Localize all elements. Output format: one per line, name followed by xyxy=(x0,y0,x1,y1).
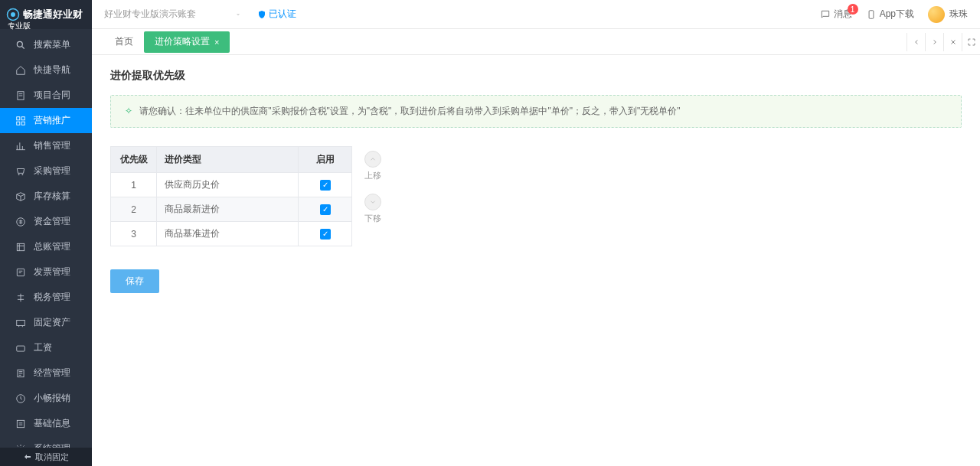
menu-item-13[interactable]: 经营管理 xyxy=(0,360,92,386)
svg-point-1 xyxy=(11,12,15,17)
cell-enable: ✓ xyxy=(299,173,352,197)
menu-label: 发票管理 xyxy=(34,266,70,279)
menu-item-1[interactable]: 快捷导航 xyxy=(0,57,92,83)
tab-close-icon[interactable]: × xyxy=(214,37,219,47)
menu-label: 基础信息 xyxy=(34,417,70,430)
menu-label: 销售管理 xyxy=(34,139,70,152)
app-download-button[interactable]: App下载 xyxy=(866,8,914,21)
svg-rect-12 xyxy=(17,346,25,351)
cell-enable: ✓ xyxy=(299,197,352,222)
menu-item-14[interactable]: 小畅报销 xyxy=(0,386,92,411)
pin-icon xyxy=(23,452,32,461)
table-row[interactable]: 1供应商历史价✓ xyxy=(111,173,352,197)
table-row[interactable]: 3商品基准进价✓ xyxy=(111,222,352,246)
download-label: App下载 xyxy=(880,8,914,21)
tab-prev-button[interactable] xyxy=(906,33,925,51)
menu-label: 搜索菜单 xyxy=(34,38,70,51)
tab-0[interactable]: 首页 xyxy=(104,31,144,53)
messages-button[interactable]: 消息 1 xyxy=(820,8,852,21)
save-button[interactable]: 保存 xyxy=(110,269,159,293)
menu-label: 工资 xyxy=(34,341,52,354)
menu-item-10[interactable]: 税务管理 xyxy=(0,285,92,310)
brand-logo-icon xyxy=(6,8,20,21)
biz-icon xyxy=(15,368,26,379)
menu-item-7[interactable]: 资金管理 xyxy=(0,209,92,234)
fullscreen-button[interactable] xyxy=(962,33,980,51)
menu-item-0[interactable]: 搜索菜单 xyxy=(0,32,92,57)
account-name: 好业财专业版演示账套 xyxy=(104,8,196,21)
svg-point-2 xyxy=(17,41,22,47)
tab-next-button[interactable] xyxy=(925,33,943,51)
account-selector[interactable]: 好业财专业版演示账套 xyxy=(104,8,242,21)
menu-item-8[interactable]: 总账管理 xyxy=(0,234,92,259)
invoice-icon xyxy=(15,267,26,278)
tab-label: 首页 xyxy=(115,35,133,48)
user-menu[interactable]: 珠珠 xyxy=(928,6,968,23)
edition-badge: 专业版 xyxy=(8,21,31,31)
pin-label: 取消固定 xyxy=(35,451,69,463)
svg-rect-5 xyxy=(21,116,24,119)
info-box: ✧ 请您确认：往来单位中的供应商"采购报价含税"设置，为"含税"，取到进价后将自… xyxy=(110,95,962,128)
tab-bar: 首页进价策略设置× xyxy=(92,29,980,55)
menu-label: 固定资产 xyxy=(34,316,70,329)
cell-priority: 3 xyxy=(111,222,157,246)
search-icon xyxy=(15,40,26,51)
menu-item-4[interactable]: 销售管理 xyxy=(0,133,92,158)
ledger-icon xyxy=(15,242,26,253)
move-controls: 上移 下移 xyxy=(364,146,381,224)
svg-rect-6 xyxy=(17,122,20,125)
menu-item-2[interactable]: 项目合同 xyxy=(0,83,92,108)
menu-item-5[interactable]: 采购管理 xyxy=(0,158,92,184)
tab-close-all-button[interactable] xyxy=(943,33,962,51)
verified-badge: 已认证 xyxy=(257,8,296,21)
priority-table: 优先级 进价类型 启用 1供应商历史价✓2商品最新进价✓3商品基准进价✓ xyxy=(110,146,352,246)
menu-label: 税务管理 xyxy=(34,291,70,304)
checkbox-checked-icon[interactable]: ✓ xyxy=(320,229,331,240)
menu-item-15[interactable]: 基础信息 xyxy=(0,411,92,436)
doc-icon xyxy=(15,90,26,101)
verified-text: 已认证 xyxy=(269,8,296,21)
info-text: 请您确认：往来单位中的供应商"采购报价含税"设置，为"含税"，取到进价后将自动带… xyxy=(139,106,680,116)
tab-label: 进价策略设置 xyxy=(155,35,210,48)
menu-item-11[interactable]: 固定资产 xyxy=(0,310,92,335)
chevron-down-icon xyxy=(364,194,381,210)
menu-label: 资金管理 xyxy=(34,215,70,228)
pin-toggle[interactable]: 取消固定 xyxy=(0,448,92,466)
cell-priority: 1 xyxy=(111,173,157,197)
svg-rect-10 xyxy=(17,269,24,275)
cell-enable: ✓ xyxy=(299,222,352,246)
svg-rect-15 xyxy=(17,420,24,427)
menu-label: 营销推广 xyxy=(34,114,70,127)
tax-icon xyxy=(15,292,26,303)
sidebar: 畅捷通好业财 专业版 搜索菜单快捷导航项目合同营销推广销售管理采购管理库存核算资… xyxy=(0,0,92,466)
tab-controls xyxy=(906,33,980,51)
col-enable: 启用 xyxy=(299,147,352,173)
menu-item-6[interactable]: 库存核算 xyxy=(0,184,92,209)
top-header: 好业财专业版演示账套 已认证 消息 1 App下载 珠珠 xyxy=(92,0,980,29)
asset-icon xyxy=(15,318,26,328)
box-icon xyxy=(15,191,26,202)
menu-item-3[interactable]: 营销推广 xyxy=(0,108,92,133)
salary-icon xyxy=(15,343,26,354)
menu-item-9[interactable]: 发票管理 xyxy=(0,259,92,285)
svg-rect-9 xyxy=(17,243,24,250)
phone-icon xyxy=(866,9,877,20)
messages-badge: 1 xyxy=(848,4,858,15)
checkbox-checked-icon[interactable]: ✓ xyxy=(320,180,331,191)
menu-item-12[interactable]: 工资 xyxy=(0,335,92,360)
cell-type: 商品最新进价 xyxy=(157,197,299,222)
content-area: 进价提取优先级 ✧ 请您确认：往来单位中的供应商"采购报价含税"设置，为"含税"… xyxy=(92,55,980,466)
svg-rect-4 xyxy=(17,116,20,119)
checkbox-checked-icon[interactable]: ✓ xyxy=(320,204,331,215)
money-icon xyxy=(15,217,26,227)
svg-rect-7 xyxy=(21,122,24,125)
shield-icon xyxy=(257,10,266,19)
move-up-button[interactable]: 上移 xyxy=(364,151,381,181)
table-row[interactable]: 2商品最新进价✓ xyxy=(111,197,352,222)
page-title: 进价提取优先级 xyxy=(110,69,962,83)
menu-list: 搜索菜单快捷导航项目合同营销推广销售管理采购管理库存核算资金管理总账管理发票管理… xyxy=(0,29,92,461)
move-down-button[interactable]: 下移 xyxy=(364,194,381,224)
menu-label: 采购管理 xyxy=(34,165,70,178)
menu-label: 总账管理 xyxy=(34,240,70,253)
tab-1[interactable]: 进价策略设置× xyxy=(144,31,230,53)
